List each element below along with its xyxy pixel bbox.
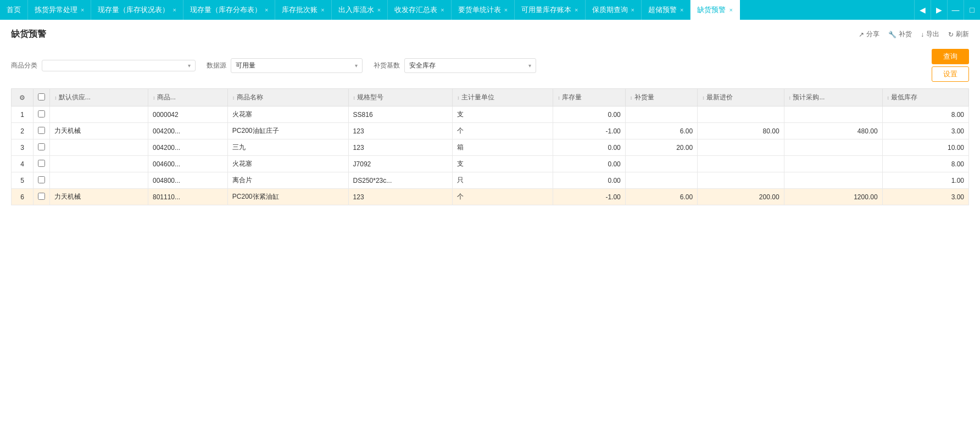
cell-est-purchase [784, 156, 882, 172]
tab-inventory-dist[interactable]: 现存量（库存分布表） × [183, 0, 275, 20]
col-stock[interactable]: ↕ 库存量 [553, 89, 625, 107]
nav-controls: ◀ ▶ — □ [914, 0, 980, 20]
tab-inventory-status[interactable]: 现存量（库存状况表） × [91, 0, 183, 20]
tab-inout-flow[interactable]: 出入库流水 × [332, 0, 388, 20]
col-default-supplier[interactable]: ↕ 默认供应... [50, 89, 148, 107]
gear-icon: ⚙ [19, 94, 25, 102]
sort-icon: ↕ [153, 95, 155, 100]
cell-min-stock: 1.00 [882, 172, 968, 189]
close-icon[interactable]: × [575, 7, 578, 13]
row-checkbox[interactable] [38, 110, 45, 117]
row-checkbox-cell[interactable] [34, 172, 50, 189]
tab-receipt-summary[interactable]: 收发存汇总表 × [388, 0, 451, 20]
row-checkbox-cell[interactable] [34, 189, 50, 205]
row-checkbox[interactable] [38, 143, 45, 150]
cell-spec: SS816 [348, 107, 453, 123]
nav-minimize-button[interactable]: — [947, 0, 964, 20]
row-checkbox-cell[interactable] [34, 156, 50, 172]
nav-prev-button[interactable]: ◀ [914, 0, 931, 20]
refresh-button[interactable]: ↻ 刷新 [948, 30, 969, 39]
tab-abnormal[interactable]: 拣货异常处理 × [28, 0, 91, 20]
col-min-stock[interactable]: ↕ 最低库存 [882, 89, 968, 107]
export-icon: ↓ [921, 31, 924, 38]
cell-est-purchase [784, 172, 882, 189]
cell-min-stock: 3.00 [882, 123, 968, 139]
close-icon[interactable]: × [81, 7, 84, 13]
row-checkbox-cell[interactable] [34, 123, 50, 139]
sort-icon: ↕ [789, 95, 792, 100]
cell-stock: 0.00 [553, 107, 625, 123]
col-spec[interactable]: ↕ 规格型号 [348, 89, 453, 107]
header-actions: ↗ 分享 🔧 补货 ↓ 导出 ↻ 刷新 [859, 30, 969, 39]
row-checkbox-cell[interactable] [34, 107, 50, 123]
refresh-icon: ↻ [948, 31, 954, 38]
sort-icon: ↕ [353, 95, 356, 100]
col-est-purchase[interactable]: ↕ 预计采购... [784, 89, 882, 107]
cell-default-supplier [50, 156, 148, 172]
category-select[interactable]: ▾ [42, 60, 196, 71]
col-latest-price[interactable]: ↕ 最新进价 [698, 89, 784, 107]
tab-shortage[interactable]: 缺货预警 × [691, 0, 739, 20]
cell-stock: 0.00 [553, 139, 625, 156]
close-icon[interactable]: × [729, 7, 732, 13]
close-icon[interactable]: × [631, 7, 634, 13]
close-icon[interactable]: × [680, 7, 683, 13]
row-checkbox-cell[interactable] [34, 139, 50, 156]
cell-stock: -1.00 [553, 123, 625, 139]
col-settings[interactable]: ⚙ [12, 89, 34, 107]
page-title: 缺货预警 [11, 29, 46, 40]
col-product-name[interactable]: ↕ 商品名称 [227, 89, 348, 107]
row-checkbox[interactable] [38, 193, 45, 200]
tab-order-stats[interactable]: 要货单统计表 × [452, 0, 515, 20]
close-icon[interactable]: × [265, 7, 268, 13]
category-arrow-icon: ▾ [188, 63, 191, 69]
tab-home[interactable]: 首页 [0, 0, 28, 20]
share-button[interactable]: ↗ 分享 [859, 30, 879, 39]
sort-icon: ↕ [54, 95, 57, 100]
datasource-select[interactable]: 可用量 ▾ [231, 58, 363, 73]
cell-product-name: 三九 [227, 139, 348, 156]
tab-available-ledger[interactable]: 可用量库存账本 × [515, 0, 585, 20]
tab-overstock[interactable]: 超储预警 × [642, 0, 691, 20]
main-content: 缺货预警 ↗ 分享 🔧 补货 ↓ 导出 ↻ 刷新 商品分类 [0, 20, 980, 437]
cell-min-stock: 8.00 [882, 156, 968, 172]
cell-default-supplier [50, 172, 148, 189]
replenish-button[interactable]: 🔧 补货 [888, 30, 912, 39]
query-button[interactable]: 查询 [932, 49, 969, 64]
close-icon[interactable]: × [504, 7, 508, 13]
cell-est-purchase: 1200.00 [784, 189, 882, 205]
tab-batch-account[interactable]: 库存批次账 × [275, 0, 331, 20]
col-unit[interactable]: ↕ 主计量单位 [453, 89, 553, 107]
export-button[interactable]: ↓ 导出 [921, 30, 939, 39]
select-all-checkbox[interactable] [38, 93, 45, 100]
filter-bar: 商品分类 ▾ 数据源 可用量 ▾ 补货基数 安全库存 ▾ 查询 设置 [11, 49, 969, 82]
datasource-arrow-icon: ▾ [355, 63, 358, 69]
close-icon[interactable]: × [321, 7, 324, 13]
col-product-code[interactable]: ↕ 商品... [148, 89, 228, 107]
row-checkbox[interactable] [38, 176, 45, 183]
sort-icon: ↕ [887, 95, 890, 100]
cell-default-supplier [50, 107, 148, 123]
row-checkbox[interactable] [38, 160, 45, 167]
cell-product-code: 801110... [148, 189, 228, 205]
row-checkbox[interactable] [38, 127, 45, 134]
replenish-base-select[interactable]: 安全库存 ▾ [404, 58, 536, 73]
cell-unit: 个 [453, 189, 553, 205]
close-icon[interactable]: × [441, 7, 444, 13]
cell-replenish-qty [625, 156, 697, 172]
close-icon[interactable]: × [377, 7, 381, 13]
tab-expiry-query[interactable]: 保质期查询 × [586, 0, 642, 20]
cell-default-supplier: 力天机械 [50, 123, 148, 139]
nav-maximize-button[interactable]: □ [964, 0, 980, 20]
datasource-label: 数据源 [207, 61, 226, 70]
cell-product-name: PC200张紧油缸 [227, 189, 348, 205]
cell-product-name: 火花塞 [227, 156, 348, 172]
cell-default-supplier: 力天机械 [50, 189, 148, 205]
col-replenish-qty[interactable]: ↕ 补货量 [625, 89, 697, 107]
data-table: ⚙ ↕ 默认供应... ↕ 商品... ↕ 商品名称 ↕ [11, 88, 969, 205]
close-icon[interactable]: × [172, 7, 176, 13]
nav-next-button[interactable]: ▶ [931, 0, 947, 20]
settings-button[interactable]: 设置 [932, 66, 969, 82]
cell-unit: 箱 [453, 139, 553, 156]
row-index-cell: 4 [12, 156, 34, 172]
